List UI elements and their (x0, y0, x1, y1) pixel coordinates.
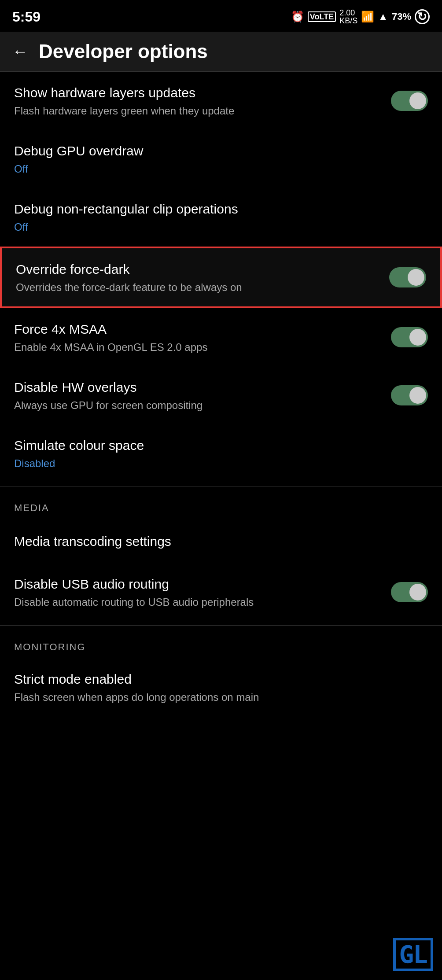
toggle-thumb (409, 92, 426, 109)
setting-subtitle: Flash screen when apps do long operation… (14, 690, 419, 704)
setting-disable-usb-audio-routing[interactable]: Disable USB audio routing Disable automa… (0, 563, 442, 621)
toggle-disable-hw-overlays[interactable] (391, 385, 428, 405)
setting-content: Media transcoding settings (14, 533, 428, 550)
setting-content: Simulate colour space Disabled (14, 437, 428, 470)
setting-disable-hw-overlays[interactable]: Disable HW overlays Always use GPU for s… (0, 366, 442, 424)
setting-title: Override force-dark (16, 261, 380, 278)
toggle-override-force-dark[interactable] (389, 267, 426, 287)
setting-subtitle: Flash hardware layers green when they up… (14, 104, 382, 118)
sync-icon: ↻ (415, 9, 430, 24)
status-time: 5:59 (12, 9, 41, 25)
setting-subtitle-value: Off (14, 220, 419, 234)
setting-content: Disable USB audio routing Disable automa… (14, 575, 391, 609)
setting-subtitle: Overrides the force-dark feature to be a… (16, 280, 380, 294)
setting-content: Disable HW overlays Always use GPU for s… (14, 379, 391, 412)
wifi-icon: 📶 (361, 11, 374, 23)
page-header: ← Developer options (0, 32, 442, 72)
back-button[interactable]: ← (12, 42, 28, 61)
setting-content: Debug non-rectangular clip operations Of… (14, 200, 428, 234)
status-icons: ⏰ VoLTE 2.00KB/S 📶 ▲ 73% ↻ (291, 9, 430, 25)
setting-title: Show hardware layers updates (14, 84, 382, 101)
setting-content: Debug GPU overdraw Off (14, 142, 428, 176)
setting-title: Debug GPU overdraw (14, 142, 419, 159)
toggle-show-hardware-layers[interactable] (391, 91, 428, 111)
setting-title: Media transcoding settings (14, 533, 419, 550)
setting-subtitle-value: Off (14, 162, 419, 176)
setting-content: Strict mode enabled Flash screen when ap… (14, 671, 428, 704)
setting-subtitle-value: Disabled (14, 457, 419, 470)
setting-title: Debug non-rectangular clip operations (14, 200, 419, 217)
setting-content: Show hardware layers updates Flash hardw… (14, 84, 391, 118)
setting-show-hardware-layers[interactable]: Show hardware layers updates Flash hardw… (0, 72, 442, 130)
toggle-force-4x-msaa[interactable] (391, 327, 428, 347)
setting-override-force-dark[interactable]: Override force-dark Overrides the force-… (0, 247, 442, 308)
section-header-monitoring: MONITORING (0, 629, 442, 658)
section-label-monitoring: MONITORING (14, 641, 86, 652)
watermark-icon: GL (393, 938, 433, 971)
setting-subtitle: Enable 4x MSAA in OpenGL ES 2.0 apps (14, 340, 382, 354)
toggle-thumb (409, 329, 426, 346)
setting-media-transcoding[interactable]: Media transcoding settings (0, 519, 442, 563)
toggle-thumb (409, 387, 426, 404)
setting-title: Disable HW overlays (14, 379, 382, 396)
status-bar: 5:59 ⏰ VoLTE 2.00KB/S 📶 ▲ 73% ↻ (0, 0, 442, 32)
setting-content: Override force-dark Overrides the force-… (16, 261, 389, 294)
alarm-icon: ⏰ (291, 11, 304, 23)
section-divider-media (0, 486, 442, 486)
setting-force-4x-msaa[interactable]: Force 4x MSAA Enable 4x MSAA in OpenGL E… (0, 308, 442, 366)
setting-title: Strict mode enabled (14, 671, 419, 688)
signal-icon: ▲ (378, 11, 388, 23)
setting-strict-mode-enabled[interactable]: Strict mode enabled Flash screen when ap… (0, 658, 442, 716)
toggle-thumb (408, 269, 424, 286)
section-header-media: MEDIA (0, 490, 442, 519)
data-speed-icon: 2.00KB/S (339, 9, 357, 25)
section-label-media: MEDIA (14, 502, 49, 513)
setting-title: Disable USB audio routing (14, 575, 382, 593)
setting-subtitle: Always use GPU for screen compositing (14, 398, 382, 412)
setting-title: Force 4x MSAA (14, 321, 382, 338)
setting-subtitle: Disable automatic routing to USB audio p… (14, 595, 382, 609)
setting-title: Simulate colour space (14, 437, 419, 454)
setting-content: Force 4x MSAA Enable 4x MSAA in OpenGL E… (14, 321, 391, 354)
toggle-disable-usb-audio[interactable] (391, 582, 428, 602)
setting-simulate-colour-space[interactable]: Simulate colour space Disabled (0, 424, 442, 483)
battery-percent: 73% (392, 11, 411, 22)
setting-debug-non-rectangular[interactable]: Debug non-rectangular clip operations Of… (0, 188, 442, 246)
setting-debug-gpu-overdraw[interactable]: Debug GPU overdraw Off (0, 130, 442, 188)
volte-icon: VoLTE (308, 11, 336, 22)
page-title: Developer options (39, 41, 208, 63)
section-divider-monitoring (0, 625, 442, 626)
settings-list: Show hardware layers updates Flash hardw… (0, 72, 442, 716)
